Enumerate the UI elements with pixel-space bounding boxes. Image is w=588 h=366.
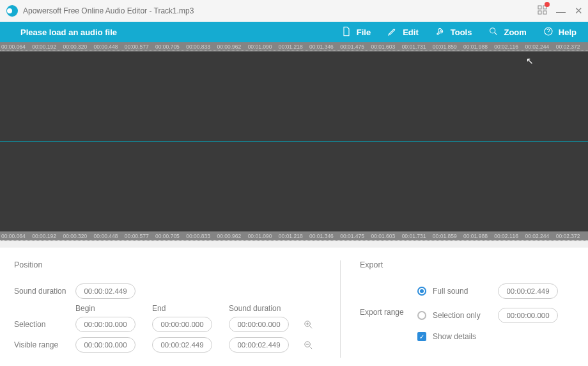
ruler-tick: 00:00.962: [217, 44, 247, 50]
sound-duration-label: Sound duration: [14, 287, 75, 296]
ruler-tick: 00:01.603: [371, 44, 401, 50]
ruler-tick: 00:01.731: [402, 44, 433, 50]
wave-midline: [0, 141, 588, 142]
position-title: Position: [14, 260, 334, 269]
show-details-checkbox[interactable]: ✓: [417, 332, 426, 341]
end-header: End: [152, 304, 229, 313]
cursor-icon: ↖: [526, 56, 534, 66]
wave-edge: [0, 231, 588, 232]
selection-only-radio[interactable]: [417, 311, 426, 320]
ruler-tick: 00:00.320: [63, 233, 93, 239]
selection-only-value[interactable]: 00:00:00.000: [498, 308, 558, 323]
ruler-tick: 00:00.833: [186, 233, 217, 239]
svg-rect-3: [543, 11, 546, 14]
ruler-tick: 00:01.346: [309, 233, 340, 239]
ruler-tick: 00:00.962: [217, 233, 247, 239]
sdur-header: Sound duration: [229, 304, 306, 313]
ruler-tick: 00:01.988: [463, 44, 494, 50]
selection-begin-field[interactable]: 00:00:00.000: [75, 317, 135, 332]
ruler-tick: 00:01.346: [309, 44, 340, 50]
ruler-tick: 00:01.090: [248, 233, 279, 239]
ruler-tick: 00:00.705: [155, 233, 186, 239]
ruler-tick: 00:00.192: [32, 233, 63, 239]
window-title: Apowersoft Free Online Audio Editor - Tr…: [23, 6, 532, 15]
ruler-tick: 00:00.577: [125, 44, 155, 50]
ruler-tick: 00:01.859: [433, 44, 463, 50]
tools-label: Tools: [451, 28, 472, 37]
ruler-tick: 00:00.705: [155, 44, 186, 50]
tools-icon: [435, 26, 445, 38]
zoom-in-icon[interactable]: [302, 318, 314, 331]
file-label: File: [357, 28, 371, 37]
edit-menu[interactable]: Edit: [387, 26, 419, 38]
zoom-icon: [488, 26, 499, 38]
edit-label: Edit: [403, 28, 419, 37]
zoom-out-icon[interactable]: [302, 338, 314, 351]
help-label: Help: [559, 28, 576, 37]
ruler-tick: 00:02.116: [494, 233, 525, 239]
ruler-tick: 00:01.731: [402, 233, 433, 239]
app-logo: [6, 5, 18, 17]
ruler-tick: 00:02.372: [556, 233, 587, 239]
sound-duration-field[interactable]: 00:00:02.449: [75, 283, 135, 299]
ruler-tick: 00:00.064: [1, 44, 32, 50]
begin-header: Begin: [75, 304, 152, 313]
waveform-area[interactable]: ↖: [0, 51, 588, 232]
ruler-tick: 00:01.090: [248, 44, 279, 50]
edit-icon: [387, 26, 398, 38]
full-sound-label: Full sound: [433, 287, 491, 296]
ruler-tick: 00:00.577: [125, 233, 155, 239]
minimize-icon[interactable]: —: [556, 6, 566, 17]
close-icon[interactable]: ✕: [575, 5, 583, 17]
horizontal-scrollbar[interactable]: [0, 241, 588, 248]
visible-range-label: Visible range: [14, 340, 75, 349]
ruler-tick: 00:00.320: [63, 44, 93, 50]
wave-edge: [0, 51, 588, 52]
export-range-label: Export range: [360, 308, 417, 317]
ruler-tick: 00:02.372: [556, 44, 587, 50]
svg-rect-0: [538, 6, 541, 9]
ruler-tick: 00:01.859: [433, 233, 463, 239]
visible-end-field[interactable]: 00:00:02.449: [152, 337, 212, 353]
selection-label: Selection: [14, 320, 75, 329]
ruler-tick: 00:01.988: [463, 233, 494, 239]
svg-point-4: [490, 28, 495, 33]
zoom-menu[interactable]: Zoom: [488, 26, 526, 38]
ruler-tick: 00:02.244: [525, 233, 555, 239]
file-menu[interactable]: File: [341, 26, 371, 38]
file-icon: [341, 26, 352, 38]
ruler-bottom[interactable]: 00:00.06400:00.19200:00.32000:00.44800:0…: [0, 232, 588, 241]
visible-dur-field[interactable]: 00:00:02.449: [229, 337, 289, 353]
load-file-button[interactable]: Please load an audio file: [20, 28, 117, 37]
export-title: Export: [360, 260, 574, 269]
tools-menu[interactable]: Tools: [435, 26, 472, 38]
selection-only-label: Selection only: [433, 311, 491, 320]
ruler-tick: 00:00.833: [186, 44, 217, 50]
svg-rect-1: [543, 6, 546, 9]
ruler-tick: 00:01.218: [279, 233, 309, 239]
visible-begin-field[interactable]: 00:00:00.000: [75, 337, 135, 353]
show-details-label: Show details: [433, 332, 476, 341]
full-sound-value[interactable]: 00:00:02.449: [498, 283, 558, 299]
ruler-tick: 00:01.218: [279, 44, 309, 50]
ruler-tick: 00:01.475: [340, 44, 371, 50]
zoom-label: Zoom: [504, 28, 526, 37]
help-icon: [543, 26, 553, 38]
ruler-tick: 00:01.475: [340, 233, 371, 239]
apps-icon[interactable]: [538, 5, 547, 17]
ruler-tick: 00:00.448: [94, 233, 125, 239]
ruler-tick: 00:00.448: [94, 44, 125, 50]
ruler-tick: 00:02.116: [494, 44, 525, 50]
ruler-top[interactable]: 00:00.06400:00.19200:00.32000:00.44800:0…: [0, 42, 588, 51]
ruler-tick: 00:00.192: [32, 44, 63, 50]
svg-rect-2: [538, 11, 541, 14]
ruler-tick: 00:01.603: [371, 233, 401, 239]
selection-dur-field[interactable]: 00:00:00.000: [229, 317, 289, 332]
full-sound-radio[interactable]: [417, 287, 426, 296]
help-menu[interactable]: Help: [543, 26, 576, 38]
ruler-tick: 00:00.064: [1, 233, 32, 239]
ruler-tick: 00:02.244: [525, 44, 555, 50]
selection-end-field[interactable]: 00:00:00.000: [152, 317, 212, 332]
